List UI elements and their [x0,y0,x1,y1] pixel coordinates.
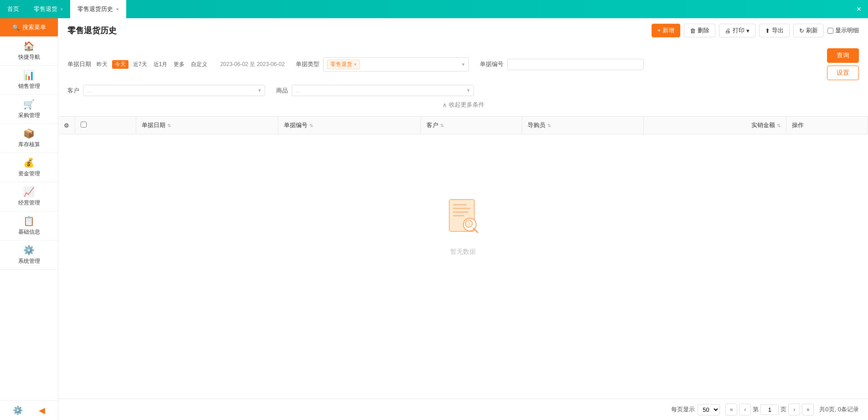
select-all-checkbox[interactable] [81,122,87,128]
show-detail-checkbox[interactable]: 显示明细 [827,26,859,35]
sidebar-item-operations-label: 经营管理 [18,199,40,207]
delete-button[interactable]: 🗑 删除 [684,24,715,37]
set-button[interactable]: 设置 [827,66,859,80]
date-range-value: 2023-06-02 至 2023-06-02 [220,61,284,68]
collapse-row: ∧ 收起更多条件 [67,101,859,109]
page-last-button[interactable]: » [802,404,814,415]
basic-info-icon: 📋 [23,215,35,226]
th-customer-label: 客户 [426,121,438,129]
content-area: 零售退货历史 + 新增 🗑 删除 🖨 打印 ▾ ⬆ 导出 [58,18,868,420]
main-layout: 🔍 搜索菜单 🏠 快捷导航 📊 销售管理 🛒 采购管理 📦 库存核算 💰 资金管… [0,18,868,420]
refresh-button[interactable]: ↻ 刷新 [793,24,824,37]
sidebar-item-inventory[interactable]: 📦 库存核算 [0,124,58,153]
settings-bottom-icon[interactable]: ⚙️ [13,405,23,415]
th-customer-sort: 客户 ⇅ [426,121,516,129]
show-detail-input[interactable] [827,28,833,34]
voucher-type-tag: 零售退货 × [327,60,360,69]
query-button[interactable]: 查询 [827,48,859,63]
th-amount-label: 实销金额 [751,121,775,129]
th-amount[interactable]: 实销金额 ⇅ [643,117,786,134]
sidebar-item-operations[interactable]: 📈 经营管理 [0,182,58,211]
th-amount-sort-icon: ⇅ [777,123,781,128]
customer-select[interactable]: ... ▾ [83,85,265,96]
goods-select[interactable]: ... ▾ [292,85,474,96]
date-filter-item: 单据日期 昨天 今天 近7天 近1月 更多 自定义 [67,60,209,69]
date-filter: 昨天 今天 近7天 近1月 更多 自定义 [95,60,209,69]
page-next-button[interactable]: › [788,404,800,415]
voucher-number-item: 单据编号 [480,59,644,70]
sidebar-item-purchase[interactable]: 🛒 采购管理 [0,95,58,124]
th-guide-sort-icon: ⇅ [547,123,551,128]
page-input[interactable] [760,405,779,415]
tab-retail-return-history-close[interactable]: × [116,6,118,12]
per-page-label: 每页显示 [671,405,695,414]
tab-home[interactable]: 首页 [0,0,26,18]
th-number[interactable]: 单据编号 ⇅ [278,117,421,134]
window-close-button[interactable]: × [850,0,868,18]
print-label: 打印 [733,26,745,35]
delete-label: 删除 [698,26,709,35]
table-area: ⚙ 单据日期 ⇅ 单据编号 [58,117,868,399]
inventory-icon: 📦 [23,128,35,139]
home-icon: 🏠 [23,41,35,51]
th-customer-sort-icon: ⇅ [440,123,444,128]
sidebar-item-sales-label: 销售管理 [18,82,40,90]
page-header: 零售退货历史 + 新增 🗑 删除 🖨 打印 ▾ ⬆ 导出 [58,18,868,117]
sidebar-item-basic-info[interactable]: 📋 基础信息 [0,211,58,241]
voucher-number-input[interactable] [507,59,644,70]
sidebar-search-label: 搜索菜单 [22,23,46,31]
th-number-label: 单据编号 [284,121,308,129]
th-settings[interactable]: ⚙ [58,117,75,134]
export-icon: ⬆ [765,27,770,34]
sidebar-item-sales[interactable]: 📊 销售管理 [0,66,58,95]
collapse-icon: ∧ [442,102,447,108]
th-date-sort-icon: ⇅ [167,123,171,128]
refresh-icon: ↻ [799,27,804,34]
empty-text: 暂无数据 [450,248,476,256]
date-range-item: 2023-06-02 至 2023-06-02 [220,61,284,68]
filter-row-1: 单据日期 昨天 今天 近7天 近1月 更多 自定义 2023-06-02 至 2… [67,48,859,80]
sidebar-item-quick-nav[interactable]: 🏠 快捷导航 [0,36,58,66]
print-button[interactable]: 🖨 打印 ▾ [719,24,755,37]
th-date-sort: 单据日期 ⇅ [142,121,273,129]
tab-retail-return[interactable]: 零售退货 × [26,0,70,18]
toolbar-buttons: + 新增 🗑 删除 🖨 打印 ▾ ⬆ 导出 ↻ [652,24,859,37]
settings-col-icon[interactable]: ⚙ [64,122,69,129]
sidebar-item-finance[interactable]: 💰 资金管理 [0,153,58,182]
page-nav: « ‹ 第 页 › » [725,404,814,415]
date-today[interactable]: 今天 [112,60,128,69]
voucher-type-label: 单据类型 [296,60,319,68]
sidebar-search[interactable]: 🔍 搜索菜单 [0,18,58,36]
th-date[interactable]: 单据日期 ⇅ [136,117,278,134]
collapse-button[interactable]: ∧ 收起更多条件 [442,101,484,109]
new-button[interactable]: + 新增 [652,24,680,37]
tab-retail-return-history[interactable]: 零售退货历史 × [70,0,126,18]
finance-icon: 💰 [23,157,35,168]
page-label: 第 [753,405,759,414]
empty-illustration [440,195,486,241]
sidebar-item-system[interactable]: ⚙️ 系统管理 [0,241,58,270]
collapse-sidebar-icon[interactable]: ◀ [39,405,45,415]
th-guide[interactable]: 导购员 ⇅ [522,117,643,134]
tab-bar: 首页 零售退货 × 零售退货历史 × [0,0,850,18]
voucher-type-select[interactable]: 零售退货 × ▾ [323,57,469,72]
date-7days[interactable]: 近7天 [131,60,149,69]
export-button[interactable]: ⬆ 导出 [759,24,790,37]
date-1month[interactable]: 近1月 [152,60,169,69]
per-page-dropdown[interactable]: 50 [698,404,720,415]
date-yesterday[interactable]: 昨天 [95,60,109,69]
print-icon: 🖨 [725,27,731,34]
th-customer[interactable]: 客户 ⇅ [421,117,522,134]
print-dropdown-icon: ▾ [746,27,750,34]
sidebar-item-inventory-label: 库存核算 [18,141,40,149]
delete-icon: 🗑 [690,27,696,34]
voucher-type-tag-close[interactable]: × [354,62,357,67]
date-filter-label: 单据日期 [67,60,91,68]
date-more[interactable]: 更多 [172,60,186,69]
tab-retail-return-close[interactable]: × [60,6,63,12]
filter-area: 单据日期 昨天 今天 近7天 近1月 更多 自定义 2023-06-02 至 2… [67,43,859,116]
page-prev-button[interactable]: ‹ [739,404,751,415]
page-first-button[interactable]: « [725,404,737,415]
th-checkbox[interactable] [75,117,136,134]
date-custom[interactable]: 自定义 [189,60,209,69]
